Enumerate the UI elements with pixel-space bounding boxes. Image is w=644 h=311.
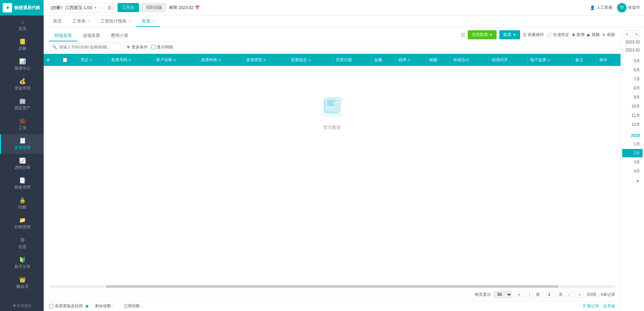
sidebar-item-home[interactable]: ⌂ 首页 xyxy=(0,15,44,35)
sidebar-label-assets: 固定资产 xyxy=(14,105,31,111)
sidebar-label-member: 畅会员 xyxy=(16,284,29,289)
tab-salary-stats-close-btn[interactable]: × xyxy=(129,19,131,23)
th-remark: 备注 xyxy=(572,54,596,66)
sidebar-item-invoices[interactable]: 🧾 发票管理 xyxy=(0,134,44,154)
th-checkbox[interactable] xyxy=(60,54,78,66)
more-conditions-label: 更多条件 xyxy=(132,44,148,50)
sidebar-item-sales[interactable]: 📈 进销台账 xyxy=(0,154,44,174)
date-month-8[interactable]: 8月 xyxy=(622,84,643,92)
no-voucher-caret: ▼ xyxy=(489,33,493,37)
date-month-5[interactable]: 5月 xyxy=(622,57,643,65)
sidebar-item-assets[interactable]: 🏢 固定资产 xyxy=(0,94,44,114)
switch-version-button[interactable]: 切到旧版 xyxy=(142,3,166,12)
sidebar-label-close: 结账 xyxy=(18,204,27,210)
th-settings[interactable]: ⚙ xyxy=(44,54,60,66)
first-page-btn[interactable]: « xyxy=(515,291,523,298)
svg-point-7 xyxy=(338,101,339,102)
date-item-2023-02-b[interactable]: 2023.02 xyxy=(622,46,643,54)
search-input[interactable] xyxy=(59,45,113,49)
refresh-btn[interactable]: ↻ 刷新 xyxy=(602,32,615,38)
select-all-checkbox[interactable] xyxy=(63,58,67,62)
th-invoice-type-label: 发票种类 xyxy=(201,57,217,63)
th-customer[interactable]: 客户名称 ⇅ xyxy=(153,54,198,66)
new-invoice-btn[interactable]: ✚ 新增 xyxy=(572,32,585,38)
svg-point-6 xyxy=(335,97,341,104)
batch-op-btn[interactable]: ☰ 批量操作 xyxy=(523,32,544,38)
subtab-purchase-invoice[interactable]: 进项发票 xyxy=(77,31,105,41)
verify-dot xyxy=(86,305,88,308)
sidebar-item-guide[interactable]: 🔰 新手引导 xyxy=(0,253,44,273)
sidebar-item-reports[interactable]: 📊 报表中心 xyxy=(0,55,44,75)
no-voucher-btn[interactable]: 无凭取票 ▼ xyxy=(468,30,497,39)
invoice-page: × ⤡ 销项发票 进项发票 费用小票 ⊞ 无凭取票 xyxy=(44,28,620,311)
sidebar-item-close[interactable]: 🔒 结账 xyxy=(0,194,44,213)
th-voucher[interactable]: 凭证 ⇅ xyxy=(78,54,108,66)
sidebar-item-settings[interactable]: ⚙ 设置 xyxy=(0,233,44,253)
remaining-info: 剩余张数： xyxy=(95,303,117,309)
tab-salary-table[interactable]: 工资表 × xyxy=(67,16,95,27)
tab-salary-close-btn[interactable]: × xyxy=(88,19,90,23)
company-selector[interactable]: (勿删）江西股宝-LSS ▼ xyxy=(48,3,101,12)
search-box[interactable]: 🔍 xyxy=(49,43,123,51)
th-tax: 税额 xyxy=(426,54,451,66)
user-profile-btn[interactable]: 华 徐溢华 xyxy=(617,3,640,12)
invoice-verify-checkbox[interactable] xyxy=(49,304,53,308)
th-tax-rate[interactable]: 税率 ⇅ xyxy=(396,54,426,66)
date-year-2023[interactable]: 2023 xyxy=(622,132,643,139)
date-month-2[interactable]: 2月 xyxy=(622,149,643,157)
sidebar-item-tax[interactable]: 📑 税务管理 xyxy=(0,174,44,194)
support-btn[interactable]: 👤 人工客服 xyxy=(590,5,612,10)
date-month-12[interactable]: 12月 xyxy=(622,120,643,129)
date-month-9[interactable]: 9月 xyxy=(622,93,643,102)
horizontal-scrollbar[interactable] xyxy=(49,285,615,288)
more-conditions-btn[interactable]: ▼ 更多条件 xyxy=(126,44,148,50)
last-page-btn[interactable]: » xyxy=(576,291,584,298)
th-invoice-category[interactable]: 发票类型 ⇅ xyxy=(243,54,288,66)
sidebar-item-salary[interactable]: 💼 工资 xyxy=(0,114,44,134)
date-month-3[interactable]: 3月 xyxy=(622,158,643,166)
gen-voucher-btn[interactable]: 📄 生成凭证 xyxy=(547,32,569,38)
video-btn[interactable]: ▶ 视频 xyxy=(587,32,600,38)
scrollbar-thumb[interactable] xyxy=(106,285,559,288)
doc-btn[interactable]: ☰ xyxy=(105,3,114,12)
video-label: 视频 xyxy=(592,32,600,38)
workbench-button[interactable]: 工作台 xyxy=(118,3,139,12)
take-ticket-btn[interactable]: 取票 ▼ xyxy=(499,30,520,39)
date-month-6[interactable]: 6月 xyxy=(622,66,643,74)
per-page-select[interactable]: 50 10 20 100 xyxy=(494,291,512,298)
date-month-11[interactable]: 11月 xyxy=(622,111,643,120)
sidebar-item-ledger[interactable]: 📒 总账 xyxy=(0,35,44,55)
tab-invoices-close-btn[interactable]: × xyxy=(152,19,154,23)
next-page-btn[interactable]: › xyxy=(565,291,573,298)
date-month-1[interactable]: 1月 xyxy=(622,140,643,148)
verify-label: 发票查验及拍照 xyxy=(55,303,83,309)
subtab-expense-receipt[interactable]: 费用小票 xyxy=(105,31,134,41)
expand-record-link[interactable]: 扩展记录 xyxy=(583,303,599,309)
th-status[interactable]: 发票状态 ⇅ xyxy=(288,54,333,66)
show-detail-checkbox[interactable]: 显示明细 xyxy=(151,44,173,50)
reports-icon: 📊 xyxy=(19,58,26,65)
th-invoice-no[interactable]: 发票号码 ⇅ xyxy=(108,54,153,66)
sidebar-item-funds[interactable]: 💰 资金管理 xyxy=(0,75,44,94)
show-detail-input[interactable] xyxy=(151,45,155,49)
date-month-4[interactable]: 4月 xyxy=(622,167,643,176)
page-input[interactable] xyxy=(543,291,556,298)
date-month-10[interactable]: 10月 xyxy=(622,102,643,111)
support-icon: 👤 xyxy=(590,5,595,10)
invoice-verify-btn[interactable]: 发票查验及拍照 xyxy=(49,303,88,309)
unpin-sidebar-btn[interactable]: ◀ 取消固定 xyxy=(0,301,44,311)
sort-customer-icon: ⇅ xyxy=(173,58,176,62)
date-panel-down-btn[interactable]: ▼ xyxy=(634,178,641,185)
prev-page-btn[interactable]: ‹ xyxy=(526,291,533,298)
th-invoice-type[interactable]: 发票种类 ⇅ xyxy=(198,54,243,66)
sidebar-item-archive[interactable]: 📁 归档管理 xyxy=(0,213,44,233)
recharge-link[interactable]: 去充值 xyxy=(603,303,615,309)
th-e-invoice[interactable]: 电子发票 ⇅ xyxy=(527,54,572,66)
tab-bar: 首页 工资表 × 工资统计报表 × 发票 × xyxy=(44,15,644,28)
date-month-7[interactable]: 7月 xyxy=(622,75,643,83)
tab-invoices[interactable]: 发票 × xyxy=(136,16,160,27)
subtab-sales-invoice[interactable]: 销项发票 xyxy=(49,31,77,41)
sidebar-item-member[interactable]: 👑 畅会员 xyxy=(0,273,44,293)
tab-salary-stats[interactable]: 工资统计报表 × xyxy=(95,16,136,27)
tab-home[interactable]: 首页 xyxy=(48,16,67,27)
